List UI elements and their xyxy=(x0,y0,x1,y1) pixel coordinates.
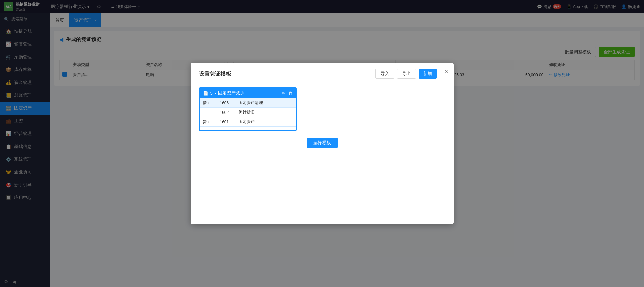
template-cell-col5-1 xyxy=(288,98,296,108)
template-cell-name-2: 累计折旧 xyxy=(236,108,274,117)
template-card: 📄 5 - 固定资产减少 ✏ 🗑 借： 1606 xyxy=(199,87,297,131)
new-template-button[interactable]: 新增 xyxy=(419,69,437,79)
template-cell-type-4 xyxy=(200,127,217,130)
template-cell-col5-3 xyxy=(288,117,296,127)
template-row-1: 借： 1606 固定资产清理 xyxy=(200,98,296,108)
modal-body: 📄 5 - 固定资产减少 ✏ 🗑 借： 1606 xyxy=(199,85,446,148)
template-cell-col4-3 xyxy=(281,117,288,127)
template-dash: - xyxy=(215,91,216,96)
template-cell-type-3: 贷： xyxy=(200,117,217,127)
select-template-area: 选择模板 xyxy=(199,138,446,148)
template-doc-icon: 📄 xyxy=(203,91,208,96)
template-cell-col5-4 xyxy=(288,127,296,130)
import-button[interactable]: 导入 xyxy=(375,69,394,79)
modal-toolbar: 导入 导出 新增 xyxy=(375,69,437,79)
template-header-left: 📄 5 - 固定资产减少 xyxy=(203,90,245,96)
template-cell-type-2 xyxy=(200,108,217,117)
template-cell-name-4 xyxy=(236,127,274,130)
template-cell-col3-3 xyxy=(274,117,281,127)
template-header-actions: ✏ 🗑 xyxy=(282,91,293,96)
template-cell-col4-4 xyxy=(281,127,288,130)
export-button[interactable]: 导出 xyxy=(397,69,416,79)
template-cell-col3-2 xyxy=(274,108,281,117)
voucher-template-modal: 设置凭证模板 导入 导出 新增 × 📄 5 - 固定资产减少 ✏ 🗑 xyxy=(191,63,454,224)
template-cell-col3-1 xyxy=(274,98,281,108)
template-cell-type-1: 借： xyxy=(200,98,217,108)
modal-overlay: 设置凭证模板 导入 导出 新增 × 📄 5 - 固定资产减少 ✏ 🗑 xyxy=(0,0,644,287)
template-cell-col4-2 xyxy=(281,108,288,117)
select-template-button[interactable]: 选择模板 xyxy=(307,138,338,148)
template-header: 📄 5 - 固定资产减少 ✏ 🗑 xyxy=(200,88,296,98)
template-cell-code-3: 1601 xyxy=(217,117,236,127)
template-cell-code-4 xyxy=(217,127,236,130)
modal-close-button[interactable]: × xyxy=(444,68,448,75)
template-cell-code-1: 1606 xyxy=(217,98,236,108)
template-cell-col3-4 xyxy=(274,127,281,130)
template-cell-code-2: 1602 xyxy=(217,108,236,117)
template-cell-col4-1 xyxy=(281,98,288,108)
template-cell-name-3: 固定资产 xyxy=(236,117,274,127)
template-row-2: 1602 累计折旧 xyxy=(200,108,296,117)
template-edit-icon[interactable]: ✏ xyxy=(282,91,285,96)
template-row-3: 贷： 1601 固定资产 xyxy=(200,117,296,127)
template-delete-icon[interactable]: 🗑 xyxy=(288,91,293,96)
template-table: 借： 1606 固定资产清理 1602 累计折旧 xyxy=(200,98,296,130)
template-row-4 xyxy=(200,127,296,130)
template-cell-col5-2 xyxy=(288,108,296,117)
template-name: 固定资产减少 xyxy=(218,90,244,96)
template-cell-name-1: 固定资产清理 xyxy=(236,98,274,108)
template-id: 5 xyxy=(210,91,213,96)
